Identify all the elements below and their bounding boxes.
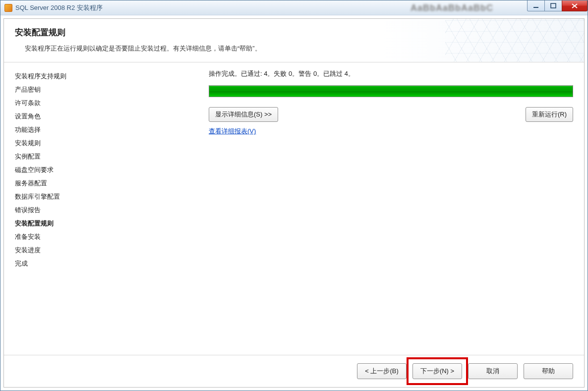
page-title: 安装配置规则: [15, 27, 573, 38]
inner-frame: 安装配置规则 安装程序正在运行规则以确定是否要阻止安装过程。有关详细信息，请单击…: [3, 18, 585, 388]
minimize-icon: [533, 3, 539, 9]
body: 安装程序支持规则产品密钥许可条款设置角色功能选择安装规则实例配置磁盘空间要求服务…: [4, 62, 584, 355]
cancel-button[interactable]: 取消: [468, 363, 518, 379]
status-text: 操作完成。已通过: 4。失败 0。警告 0。已跳过 4。: [209, 69, 573, 78]
sidebar-item-6[interactable]: 实例配置: [15, 150, 200, 163]
background-blur-text: AaBbAaBbAaBbC: [411, 0, 493, 15]
app-icon: [4, 4, 12, 12]
sidebar-item-0[interactable]: 安装程序支持规则: [15, 69, 200, 83]
sidebar-item-4[interactable]: 功能选择: [15, 123, 200, 136]
installer-window: SQL Server 2008 R2 安装程序 AaBbAaBbAaBbC 安装…: [0, 0, 588, 391]
maximize-icon: [550, 3, 556, 9]
titlebar: SQL Server 2008 R2 安装程序 AaBbAaBbAaBbC: [0, 0, 588, 15]
footer: < 上一步(B) 下一步(N) > 取消 帮助: [4, 355, 584, 387]
close-button[interactable]: [562, 0, 588, 11]
sidebar-item-8[interactable]: 服务器配置: [15, 176, 200, 190]
window-title: SQL Server 2008 R2 安装程序: [15, 3, 103, 12]
sidebar-item-5[interactable]: 安装规则: [15, 136, 200, 150]
sidebar-item-9[interactable]: 数据库引擎配置: [15, 190, 200, 203]
close-icon: [571, 3, 578, 9]
sidebar-item-7[interactable]: 磁盘空间要求: [15, 163, 200, 176]
sidebar-item-3[interactable]: 设置角色: [15, 110, 200, 123]
sidebar-item-2[interactable]: 许可条款: [15, 96, 200, 110]
next-button[interactable]: 下一步(N) >: [412, 363, 462, 379]
main-content: 操作完成。已通过: 4。失败 0。警告 0。已跳过 4。 显示详细信息(S) >…: [200, 62, 584, 355]
back-button[interactable]: < 上一步(B): [357, 363, 407, 379]
sidebar-item-14[interactable]: 完成: [15, 257, 200, 270]
action-row: 显示详细信息(S) >> 重新运行(R): [209, 107, 573, 122]
maximize-button[interactable]: [544, 0, 562, 11]
svg-rect-0: [533, 7, 538, 8]
page-description: 安装程序正在运行规则以确定是否要阻止安装过程。有关详细信息，请单击“帮助”。: [15, 44, 573, 53]
svg-rect-1: [551, 3, 556, 8]
view-report-link[interactable]: 查看详细报表(V): [209, 127, 256, 135]
sidebar-item-12[interactable]: 准备安装: [15, 230, 200, 243]
header: 安装配置规则 安装程序正在运行规则以确定是否要阻止安装过程。有关详细信息，请单击…: [4, 19, 584, 62]
sidebar-item-11[interactable]: 安装配置规则: [15, 217, 200, 230]
sidebar-item-1[interactable]: 产品密钥: [15, 83, 200, 96]
progress-bar: [209, 85, 573, 97]
sidebar-item-10[interactable]: 错误报告: [15, 203, 200, 217]
help-button[interactable]: 帮助: [524, 363, 573, 379]
window-controls: [528, 0, 588, 11]
show-details-button[interactable]: 显示详细信息(S) >>: [209, 107, 278, 122]
sidebar: 安装程序支持规则产品密钥许可条款设置角色功能选择安装规则实例配置磁盘空间要求服务…: [4, 62, 200, 355]
sidebar-item-13[interactable]: 安装进度: [15, 243, 200, 257]
minimize-button[interactable]: [527, 0, 545, 11]
rerun-button[interactable]: 重新运行(R): [526, 107, 573, 122]
